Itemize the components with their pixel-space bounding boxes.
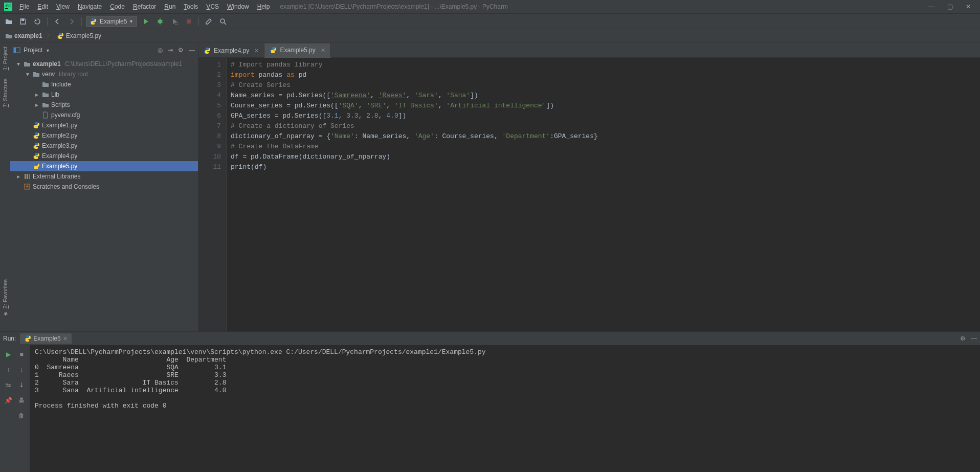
hide-icon[interactable]: — <box>189 47 195 54</box>
menu-code[interactable]: Code <box>106 1 129 12</box>
breadcrumb-file[interactable]: Example5.py <box>55 31 103 40</box>
tree-item-venv[interactable]: ▾venvlibrary root <box>10 69 198 79</box>
close-window-button[interactable]: ✕ <box>964 3 973 10</box>
code-line-3[interactable]: # Create Series <box>231 80 980 91</box>
console-output[interactable]: C:\Users\DELL\PycharmProjects\example1\v… <box>30 345 980 472</box>
python-icon <box>33 152 40 160</box>
print-icon[interactable]: 🖶 <box>15 393 28 408</box>
collapse-icon[interactable]: ⇥ <box>168 47 173 54</box>
code-line-5[interactable]: Course_series = pd.Series(['SQA', 'SRE',… <box>231 101 980 111</box>
python-icon <box>57 32 64 39</box>
back-icon[interactable] <box>52 16 63 27</box>
editor-area: Example4.py✕Example5.py✕ 1234567891011 #… <box>198 42 980 331</box>
tree-item-example2-py[interactable]: Example2.py <box>10 130 198 141</box>
sync-icon[interactable] <box>32 16 43 27</box>
hide-icon[interactable]: — <box>971 335 977 342</box>
main-area: 1: Project 7: Structure ★ 2: Favorites P… <box>0 42 980 331</box>
forward-icon[interactable] <box>66 16 77 27</box>
locate-icon[interactable]: ◎ <box>158 47 163 54</box>
rerun-icon[interactable]: ▶ <box>2 347 14 362</box>
close-icon[interactable]: ✕ <box>254 48 259 54</box>
left-tool-strip: 1: Project 7: Structure ★ 2: Favorites <box>0 42 10 331</box>
folder-icon <box>33 71 40 78</box>
tree-item--b-example1-b-[interactable]: ▾example1C:\Users\DELL\PycharmProjects\e… <box>10 59 198 69</box>
python-icon <box>33 122 40 129</box>
code-line-6[interactable]: GPA_series = pd.Series([3.1, 3.3, 2.8, 4… <box>231 111 980 121</box>
tab-example4-py[interactable]: Example4.py✕ <box>198 44 264 57</box>
code-line-11[interactable]: print(df) <box>231 162 980 172</box>
tab-example5-py[interactable]: Example5.py✕ <box>264 43 330 58</box>
stop-icon[interactable] <box>183 16 194 27</box>
menu-help[interactable]: Help <box>253 1 274 12</box>
folder-icon <box>42 101 49 108</box>
up-icon[interactable]: ↑ <box>2 363 14 377</box>
menu-window[interactable]: Window <box>223 1 253 12</box>
breadcrumb-project[interactable]: example1 <box>3 31 44 40</box>
search-icon[interactable] <box>217 16 229 27</box>
menu-view[interactable]: View <box>52 1 74 12</box>
open-icon[interactable] <box>3 16 14 27</box>
down-icon[interactable]: ↓ <box>15 363 28 377</box>
menu-refactor[interactable]: Refactor <box>129 1 160 12</box>
close-icon[interactable]: ✕ <box>321 47 325 54</box>
editor-body[interactable]: 1234567891011 # Import pandas libraryimp… <box>198 58 980 331</box>
svg-rect-11 <box>27 174 28 179</box>
tree-item-example5-py[interactable]: Example5.py <box>10 161 198 171</box>
maximize-button[interactable]: ▢ <box>945 3 954 10</box>
gear-icon[interactable]: ⚙ <box>960 335 966 342</box>
tree-item-include[interactable]: Include <box>10 79 198 89</box>
tree-item-external-libraries[interactable]: ▸External Libraries <box>10 171 198 182</box>
structure-strip-button[interactable]: 7: Structure <box>2 74 8 111</box>
code-line-2[interactable]: import pandas as pd <box>231 70 980 80</box>
tree-item-example4-py[interactable]: Example4.py <box>10 151 198 161</box>
code-line-4[interactable]: Name_series = pd.Series(['Samreena', 'Ra… <box>231 91 980 101</box>
run-icon[interactable] <box>140 16 151 27</box>
gear-icon[interactable]: ⚙ <box>178 47 184 54</box>
menu-file[interactable]: File <box>15 1 33 12</box>
run-tab[interactable]: Example5 ✕ <box>20 333 71 344</box>
menu-edit[interactable]: Edit <box>33 1 52 12</box>
tree-item-scripts[interactable]: ▸Scripts <box>10 100 198 110</box>
tree-item-example3-py[interactable]: Example3.py <box>10 141 198 151</box>
code-line-9[interactable]: # Create the DataFrame <box>231 142 980 152</box>
menu-vcs[interactable]: VCS <box>202 1 223 12</box>
scroll-end-icon[interactable]: ⤓ <box>15 378 28 392</box>
minimize-button[interactable]: — <box>927 3 936 10</box>
python-icon <box>204 47 211 54</box>
soft-wrap-icon[interactable]: ⭾ <box>2 378 14 392</box>
trash-icon[interactable]: 🗑 <box>15 409 28 423</box>
menu-tools[interactable]: Tools <box>180 1 202 12</box>
code-line-1[interactable]: # Import pandas library <box>231 60 980 70</box>
stop-icon[interactable]: ■ <box>15 347 28 362</box>
project-strip-button[interactable]: 1: Project <box>2 42 8 74</box>
code-line-7[interactable]: # Create a dictionary of Series <box>231 121 980 131</box>
pin-icon[interactable]: 📌 <box>2 393 14 408</box>
toolbar: Example5 ▾ <box>0 14 980 29</box>
python-icon <box>33 163 40 170</box>
menu-run[interactable]: Run <box>160 1 180 12</box>
code-line-8[interactable]: dictionary_of_nparray = {'Name': Name_se… <box>231 131 980 142</box>
python-icon <box>90 18 97 25</box>
save-icon[interactable] <box>17 16 29 27</box>
run-tab-label: Example5 <box>33 335 60 342</box>
tree-item-scratches-and-consoles[interactable]: Scratches and Consoles <box>10 182 198 192</box>
debug-icon[interactable] <box>154 16 166 27</box>
project-tree[interactable]: ▾example1C:\Users\DELL\PycharmProjects\e… <box>10 58 198 331</box>
build-icon[interactable] <box>203 16 214 27</box>
code-line-10[interactable]: df = pd.DataFrame(dictionary_of_nparray) <box>231 152 980 162</box>
breadcrumb-file-label: Example5.py <box>66 32 101 39</box>
window-title: example1 [C:\Users\DELL\PycharmProjects\… <box>280 3 508 10</box>
tree-item-lib[interactable]: ▸Lib <box>10 89 198 100</box>
close-icon[interactable]: ✕ <box>63 335 68 342</box>
coverage-icon[interactable] <box>169 16 180 27</box>
favorites-strip-button[interactable]: ★ 2: Favorites <box>2 275 8 321</box>
chevron-down-icon[interactable]: ▾ <box>47 48 49 53</box>
tree-item-pyvenv-cfg[interactable]: pyvenv.cfg <box>10 110 198 120</box>
tree-item-example1-py[interactable]: Example1.py <box>10 120 198 130</box>
svg-rect-3 <box>21 19 24 21</box>
run-config-selector[interactable]: Example5 ▾ <box>86 16 137 27</box>
menu-navigate[interactable]: Navigate <box>74 1 106 12</box>
folder-icon <box>42 81 49 88</box>
editor-code[interactable]: # Import pandas libraryimport pandas as … <box>227 58 980 331</box>
project-view-icon <box>13 47 20 54</box>
